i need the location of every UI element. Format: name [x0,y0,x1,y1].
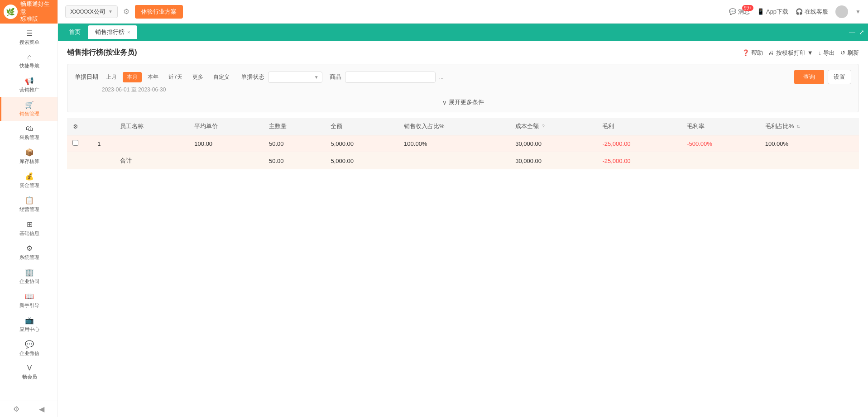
date-tabs: 上月本月本年近7天更多自定义 [102,72,234,82]
sidebar-item-system[interactable]: ⚙ 系统管理 [0,240,58,264]
export-btn[interactable]: ↓ 导出 [819,49,835,57]
footer-amount: 5,000.00 [325,152,398,170]
page-header: 销售排行榜(按业务员) ❓ 帮助 🖨 按模板打印 ▼ ↓ 导出 [67,48,859,58]
cell-name [115,135,189,152]
cost-help-icon[interactable]: ? [542,124,545,129]
sidebar-item-enterprise[interactable]: 🏢 企业协同 [0,264,58,288]
date-tab-4[interactable]: 更多 [188,72,207,82]
sidebar-icon-operations: 📋 [25,196,34,205]
tab-close-icon[interactable]: × [127,29,130,35]
settings-bottom-icon[interactable]: ⚙ [13,405,19,413]
company-selector[interactable]: XXXXXX公司 ▼ [65,5,118,18]
sidebar-item-operations[interactable]: 📋 经营管理 [0,192,58,216]
setting-button[interactable]: 设置 [828,70,851,84]
sidebar-item-shortcuts[interactable]: ⌂ 快捷导航 [0,49,58,73]
header-settings-icon[interactable]: ⚙ [123,7,129,16]
date-range-display: 2023-06-01 至 2023-06-30 [102,86,851,94]
sidebar-label-sales: 销售管理 [19,110,39,117]
tab-maximize-icon[interactable]: ⤢ [859,29,864,36]
filter-buttons: 查询 设置 [794,70,851,84]
sidebar-icon-sales: 🛒 [25,101,34,109]
sidebar-item-inventory[interactable]: 📦 库存核算 [0,144,58,168]
filter-row-1: 单据日期 上月本月本年近7天更多自定义 单据状态 ▼ [75,70,851,84]
tab-home[interactable]: 首页 [62,25,88,39]
sidebar-item-member[interactable]: V 畅会员 [0,360,58,384]
goods-filter-group: 商品 ... [330,72,444,83]
print-btn[interactable]: 🖨 按模板打印 ▼ [768,49,813,57]
sidebar-icon-appcenter: 📺 [25,316,34,325]
cell-rank: 1 [84,135,115,152]
sidebar-nav: ☰ 搜索菜单 ⌂ 快捷导航 📢 营销推广 🛒 销售管理 🛍 采购管理 📦 库存核… [0,24,58,401]
sidebar-label-guide: 新手引导 [19,302,39,309]
sidebar-item-wechat[interactable]: 💬 企业微信 [0,336,58,360]
date-tab-1[interactable]: 本月 [123,72,142,82]
sidebar-item-finance[interactable]: 💰 资金管理 [0,168,58,192]
print-label: 按模板打印 [776,49,806,57]
refresh-btn[interactable]: ↺ 刷新 [840,49,859,57]
col-rank [84,118,115,135]
date-tab-0[interactable]: 上月 [102,72,121,82]
sidebar-label-operations: 经营管理 [19,206,39,213]
sidebar: 🌿 畅康通好生意 标准版 ☰ 搜索菜单 ⌂ 快捷导航 📢 营销推广 🛒 销售管理… [0,0,58,417]
top-header: XXXXXX公司 ▼ ⚙ 体验行业方案 💬 消息 99+ 📱 App下载 🎧 在… [58,0,868,24]
footer-empty-5 [681,152,760,170]
sidebar-item-purchase[interactable]: 🛍 采购管理 [0,121,58,144]
col-gross: 毛利 [597,118,681,135]
col-name: 员工名称 [115,118,189,135]
sidebar-logo: 🌿 畅康通好生意 标准版 [0,0,58,24]
tab-minimize-icon[interactable]: — [849,29,855,36]
expand-chevron-icon: ∨ [442,99,447,106]
goods-input[interactable] [345,72,436,83]
export-icon: ↓ [819,49,822,56]
collapse-sidebar-icon[interactable]: ◀ [39,405,44,413]
company-dropdown-arrow: ▼ [108,9,113,14]
sidebar-item-basic[interactable]: ⊞ 基础信息 [0,216,58,240]
help-btn[interactable]: ❓ 帮助 [742,49,763,57]
expand-conditions-btn[interactable]: ∨ 展开更多条件 [442,98,484,106]
sidebar-item-search[interactable]: ☰ 搜索菜单 [0,25,58,49]
gross-pct-sort-icon[interactable]: ⇅ [796,124,800,129]
app-download-action[interactable]: 📱 App下载 [757,8,788,16]
app-download-icon: 📱 [757,8,764,15]
sidebar-icon-finance: 💰 [25,172,34,181]
date-tab-3[interactable]: 近7天 [164,72,187,82]
refresh-label: 刷新 [847,49,859,57]
doc-status-select[interactable] [268,72,322,83]
message-action[interactable]: 💬 消息 99+ [729,8,750,16]
goods-more-icon[interactable]: ... [439,74,444,80]
date-tab-2[interactable]: 本年 [144,72,163,82]
refresh-icon: ↺ [840,49,845,56]
tab-sales-ranking[interactable]: 销售排行榜 × [88,25,137,39]
footer-empty-6 [760,152,859,170]
cell-checkbox[interactable] [67,135,84,152]
print-icon: 🖨 [768,49,774,56]
sidebar-bottom: ⚙ ◀ [0,401,58,417]
user-name-action[interactable]: ▼ [855,9,861,15]
sidebar-item-appcenter[interactable]: 📺 应用中心 [0,312,58,336]
sidebar-item-guide[interactable]: 📖 新手引导 [0,288,58,312]
footer-empty-2 [84,152,115,170]
query-button[interactable]: 查询 [794,70,824,84]
table-footer-row: 合计 50.00 5,000.00 30,000.00 -25,000.00 [67,152,859,170]
tab-sales-label: 销售排行榜 [95,28,125,36]
online-service-action[interactable]: 🎧 在线客服 [796,8,828,16]
date-tab-5[interactable]: 自定义 [209,72,234,82]
sidebar-icon-guide: 📖 [25,292,34,301]
sidebar-item-marketing[interactable]: 📢 营销推广 [0,73,58,97]
col-settings[interactable]: ⚙ [67,118,84,135]
message-badge: 99+ [742,5,753,11]
sidebar-item-sales[interactable]: 🛒 销售管理 [0,97,58,121]
sidebar-icon-system: ⚙ [26,244,33,253]
logo-icon: 🌿 [4,5,18,19]
sidebar-label-search: 搜索菜单 [19,39,39,46]
app-download-label: App下载 [766,8,788,16]
cell-gross-pct: 100.00% [760,135,859,152]
main-area: XXXXXX公司 ▼ ⚙ 体验行业方案 💬 消息 99+ 📱 App下载 🎧 在… [58,0,868,417]
doc-status-filter-group: 单据状态 ▼ [241,72,322,83]
user-avatar[interactable] [835,5,848,18]
sidebar-icon-member: V [27,364,32,372]
sidebar-icon-enterprise: 🏢 [25,268,34,277]
print-dropdown-arrow: ▼ [807,49,813,56]
trial-button[interactable]: 体验行业方案 [135,5,183,19]
footer-empty-4 [398,152,510,170]
